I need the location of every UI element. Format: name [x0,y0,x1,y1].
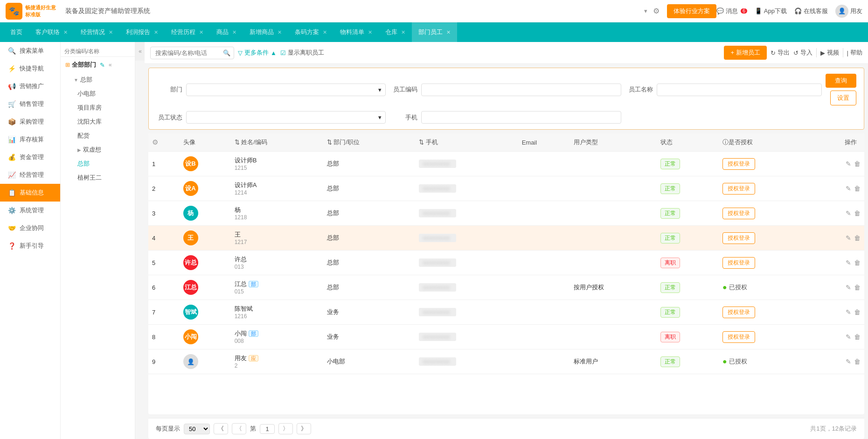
last-page-btn[interactable]: 》 [297,423,311,434]
sidebar-item-sales[interactable]: 🛒 销售管理 [0,95,60,113]
close-tab-goods[interactable]: ✕ [232,29,236,35]
first-page-btn[interactable]: 《 [214,423,228,434]
settings-col-icon[interactable]: ⚙ [152,138,158,146]
close-tab-new-goods[interactable]: ✕ [278,29,282,35]
edit-icon[interactable]: ✎ [846,284,851,291]
close-tab-barcode[interactable]: ✕ [323,29,327,35]
close-tab-profit[interactable]: ✕ [154,29,158,35]
filter-empcode-input[interactable] [421,84,621,96]
edit-icon[interactable]: ✎ [846,234,851,242]
delete-icon[interactable]: 🗑 [854,358,861,365]
close-tab-customer[interactable]: ✕ [63,29,68,35]
dept-node-peihuo[interactable]: 配货 [61,129,135,143]
edit-icon[interactable]: ✎ [846,160,851,167]
sidebar-item-finance[interactable]: 💰 资金管理 [0,148,60,166]
tab-home[interactable]: 首页 [4,22,29,42]
edit-icon[interactable]: ✎ [846,333,851,341]
auth-button[interactable]: 授权登录 [722,331,755,343]
close-tab-warehouse[interactable]: ✕ [401,29,405,35]
sidebar-item-search[interactable]: 🔍 搜索菜单 [0,42,60,60]
reset-button[interactable]: 设置 [830,91,856,105]
message-btn[interactable]: 💬 消息 6 [716,7,747,15]
auth-button[interactable]: 授权登录 [722,232,755,244]
show-resigned-toggle[interactable]: ☑ 显示离职员工 [280,49,324,57]
online-service-btn[interactable]: 🎧 在线客服 [794,7,828,15]
tab-new-goods[interactable]: 新增商品 ✕ [243,22,288,42]
user-avatar[interactable]: 👤 用友 [835,5,862,18]
sidebar-item-purchase[interactable]: 📦 采购管理 [0,113,60,131]
sidebar-item-operation[interactable]: 📈 经营管理 [0,166,60,184]
auth-button[interactable]: 授权登录 [722,208,755,219]
auth-button[interactable]: 授权登录 [722,257,755,269]
dept-node-project[interactable]: 项目库房 [61,101,135,115]
all-dept-header[interactable]: ⊞ 全部部门 ✎ « [61,57,135,73]
close-tab-bom[interactable]: ✕ [368,29,372,35]
auth-button[interactable]: 授权登录 [722,183,755,195]
system-title-dropdown[interactable]: ▾ [644,7,647,14]
delete-icon[interactable]: 🗑 [854,185,861,192]
sidebar-item-basic[interactable]: 📋 基础信息 [0,184,60,202]
edit-icon[interactable]: ✎ [846,308,851,316]
filter-phone-input[interactable] [421,111,621,124]
auth-button[interactable]: 授权登录 [722,158,755,170]
sidebar-item-quicknav[interactable]: ⚡ 快捷导航 [0,60,60,77]
help-button[interactable]: | 帮助 [847,49,862,57]
trial-button[interactable]: 体验行业方案 [667,4,716,18]
filter-dept-select[interactable]: ▾ [186,84,386,96]
add-employee-button[interactable]: + 新增员工 [724,46,766,60]
collapse-icon[interactable]: « [109,62,112,68]
video-button[interactable]: ▶ 视频 [820,49,839,57]
edit-icon[interactable]: ✎ [846,185,851,192]
query-button[interactable]: 查询 [826,74,856,88]
sidebar-item-guide[interactable]: ❓ 新手引导 [0,237,60,255]
close-tab-operations[interactable]: ✕ [109,29,113,35]
page-size-select[interactable]: 50 20 100 [184,424,210,434]
tab-bom[interactable]: 物料清单 ✕ [333,22,379,42]
dept-node-zongbu[interactable]: ▼ 总部 [61,73,135,87]
sidebar-item-cooperation[interactable]: 🤝 企业协同 [0,219,60,237]
tab-goods[interactable]: 商品 ✕ [210,22,243,42]
dept-node-zhishu[interactable]: 植树王二 [61,171,135,185]
auth-button[interactable]: 授权登录 [722,307,755,318]
tab-operations[interactable]: 经营情况 ✕ [74,22,119,42]
sidebar-item-system[interactable]: ⚙️ 系统管理 [0,202,60,219]
close-tab-history[interactable]: ✕ [199,29,203,35]
search-input[interactable] [150,47,234,59]
dept-node-shuangxu[interactable]: ▶ 双虚想 [61,143,135,157]
import-button[interactable]: ↺ 导入 [793,49,812,57]
edit-icon[interactable]: ✎ [846,358,851,365]
dept-node-zb[interactable]: 总部 [61,157,135,171]
search-button[interactable]: 🔍 [223,49,230,56]
delete-icon[interactable]: 🗑 [854,259,861,266]
settings-icon[interactable]: ⚙ [653,7,660,15]
close-tab-employees[interactable]: ✕ [446,29,451,35]
tab-warehouse[interactable]: 仓库 ✕ [379,22,412,42]
dept-search-input[interactable] [64,48,134,55]
collapse-tree-btn[interactable]: « [135,42,145,61]
prev-page-btn[interactable]: 〈 [232,423,246,434]
edit-icon[interactable]: ✎ [846,259,851,266]
sidebar-item-marketing[interactable]: 📢 营销推广 [0,77,60,95]
delete-icon[interactable]: 🗑 [854,333,861,341]
tab-customer[interactable]: 客户联络 ✕ [29,22,74,42]
delete-icon[interactable]: 🗑 [854,160,861,167]
export-button[interactable]: ↻ 导出 [771,49,790,57]
edit-icon[interactable]: ✎ [100,62,105,69]
delete-icon[interactable]: 🗑 [854,209,861,217]
more-conditions-btn[interactable]: ▽ 更多条件 ▲ [238,49,277,57]
app-download-btn[interactable]: 📱 App下载 [755,7,787,15]
tab-profit[interactable]: 利润报告 ✕ [119,22,165,42]
dept-node-xiaodian[interactable]: 小电部 [61,87,135,101]
delete-icon[interactable]: 🗑 [854,234,861,242]
filter-status-select[interactable]: ▾ [186,111,386,124]
next-page-btn[interactable]: 〉 [278,423,293,434]
edit-icon[interactable]: ✎ [846,209,851,217]
tab-barcode[interactable]: 条码方案 ✕ [288,22,333,42]
delete-icon[interactable]: 🗑 [854,308,861,316]
col-phone[interactable]: ⇅ 手机 [415,133,518,152]
col-settings[interactable]: ⚙ [148,133,180,152]
col-name[interactable]: ⇅ 姓名/编码 [231,133,323,152]
delete-icon[interactable]: 🗑 [854,284,861,291]
dept-node-shenyang[interactable]: 沈阳大库 [61,115,135,129]
col-dept[interactable]: ⇅ 部门/职位 [323,133,416,152]
